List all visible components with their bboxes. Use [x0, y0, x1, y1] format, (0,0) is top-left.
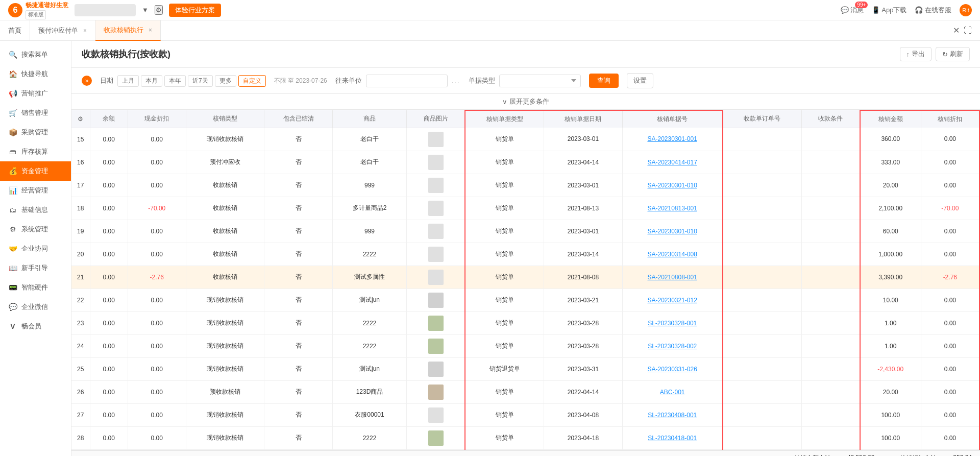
cell-verify-bill-no[interactable]: SA-20230414-017: [622, 151, 722, 174]
filter-counterpart-section: 往来单位 ...: [335, 75, 460, 87]
sidebar-item-sales[interactable]: 🛒 销售管理: [0, 103, 71, 123]
trial-btn[interactable]: 体验行业方案: [169, 4, 221, 17]
bill-no-link[interactable]: SA-20230414-017: [647, 159, 697, 166]
bill-no-link[interactable]: SA-20230321-012: [647, 297, 697, 304]
dropdown-arrow[interactable]: ▼: [142, 6, 149, 14]
sidebar-item-finance[interactable]: 💰 资金管理: [0, 161, 71, 181]
expand-conditions-btn[interactable]: ∨ 展开更多条件: [502, 97, 549, 106]
maximize-tab-btn[interactable]: ⛶: [964, 26, 972, 35]
cell-verify-bill-no[interactable]: SL-20230408-001: [622, 403, 722, 426]
export-btn[interactable]: ↑ 导出: [900, 47, 932, 61]
layout: 🔍 搜索菜单 🏠 快捷导航 📢 营销推广 🛒 销售管理 📦 采购管理 🗃 库存核…: [0, 41, 980, 456]
close-tab-btn[interactable]: ✕: [953, 26, 960, 35]
cell-verify-bill-no[interactable]: SA-20230301-010: [622, 174, 722, 197]
cell-verify-bill-no[interactable]: SL-20230328-002: [622, 334, 722, 357]
bill-no-link[interactable]: SA-20210808-001: [647, 274, 697, 281]
cell-goods-img: [406, 289, 465, 311]
more-date-btn[interactable]: 更多: [215, 75, 236, 87]
sidebar-item-marketing[interactable]: 📢 营销推广: [0, 84, 71, 103]
bill-no-link[interactable]: SL-20230328-001: [648, 320, 697, 327]
sidebar-item-system[interactable]: ⚙ 系统管理: [0, 220, 71, 239]
sidebar-item-basic[interactable]: 🗂 基础信息: [0, 200, 71, 220]
tab-home[interactable]: 首页: [0, 20, 30, 41]
this-year-btn[interactable]: 本年: [164, 75, 186, 87]
row-no: 24: [71, 334, 90, 357]
row-no: 26: [71, 380, 90, 403]
counterpart-more-icon[interactable]: ...: [452, 77, 460, 85]
refresh-btn[interactable]: ↻ 刷新: [936, 47, 970, 61]
sidebar-item-purchase[interactable]: 📦 采购管理: [0, 123, 71, 142]
bill-no-link[interactable]: SL-20230328-002: [648, 343, 697, 350]
cell-receipt-order-no: [723, 380, 801, 403]
voucher-type-select[interactable]: [499, 75, 581, 87]
column-settings-icon[interactable]: ⚙: [78, 115, 83, 123]
sidebar-item-wechat[interactable]: 💬 企业微信: [0, 297, 71, 317]
last-7days-btn[interactable]: 近7天: [188, 75, 213, 87]
bill-no-link[interactable]: SA-20230331-026: [647, 366, 697, 373]
tab-prepay[interactable]: 预付冲应付单 ×: [30, 20, 95, 41]
sidebar-item-quick[interactable]: 🏠 快捷导航: [0, 64, 71, 84]
sidebar-item-operations[interactable]: 📊 经营管理: [0, 181, 71, 200]
sidebar-item-member[interactable]: V 畅会员: [0, 317, 71, 336]
user-avatar[interactable]: Rit: [960, 4, 972, 16]
table-row: 200.000.00收款核销否2222销货单2023-03-14SA-20230…: [71, 243, 979, 266]
row-no: 21: [71, 266, 90, 289]
filter-settings-btn[interactable]: 设置: [627, 73, 653, 88]
bill-no-link[interactable]: SL-20230408-001: [648, 412, 697, 419]
cell-balance: 0.00: [90, 289, 128, 311]
search-bar[interactable]: [75, 4, 136, 16]
cell-verify-bill-no[interactable]: SL-20230418-001: [622, 426, 722, 449]
cell-verify-bill-date: 2022-04-14: [544, 380, 623, 403]
settings-gear-btn[interactable]: ⚙: [155, 5, 163, 15]
bill-no-link[interactable]: SA-20210813-001: [647, 205, 697, 212]
sidebar-item-inventory[interactable]: 🗃 库存核算: [0, 142, 71, 161]
cell-balance: 0.00: [90, 311, 128, 334]
tab-verify-close[interactable]: ×: [149, 27, 152, 34]
cell-included: 否: [264, 311, 333, 334]
bill-no-link[interactable]: SA-20230301-010: [647, 182, 697, 189]
cell-verify-bill-no[interactable]: SA-20230321-012: [622, 289, 722, 311]
top-bar-left: 6 畅捷通谱好生意 标准版 ▼ ⚙ 体验行业方案: [8, 1, 221, 19]
sidebar-item-guide[interactable]: 📖 新手引导: [0, 258, 71, 278]
counterpart-input[interactable]: [366, 75, 448, 87]
refresh-label: 刷新: [950, 50, 963, 59]
bill-no-link[interactable]: SL-20230418-001: [648, 435, 697, 442]
cell-verify-bill-type: 销货单: [465, 151, 544, 174]
sidebar-item-search[interactable]: 🔍 搜索菜单: [0, 45, 71, 64]
cell-verify-bill-no[interactable]: SL-20230328-001: [622, 311, 722, 334]
cell-verify-bill-no[interactable]: SA-20230301-010: [622, 220, 722, 243]
tab-prepay-close[interactable]: ×: [83, 27, 87, 34]
table-container[interactable]: ⚙ 余额 现金折扣 核销类型 包含已结清 商品 商品图片 核销单据类型 核销单据…: [71, 110, 980, 456]
custom-date-btn[interactable]: 自定义: [238, 75, 266, 87]
online-service-btn[interactable]: 🎧 在线客服: [915, 6, 951, 15]
tab-verify[interactable]: 收款核销执行 ×: [95, 20, 161, 41]
sidebar-label-marketing: 营销推广: [21, 89, 48, 98]
sidebar-item-hardware[interactable]: 📟 智能硬件: [0, 278, 71, 297]
app-download-btn[interactable]: 📱 App下载: [872, 6, 906, 15]
row-no: 25: [71, 357, 90, 380]
cell-verify-bill-no[interactable]: SA-20230331-026: [622, 357, 722, 380]
search-btn[interactable]: 查询: [589, 74, 619, 88]
cell-verify-bill-no[interactable]: SA-20230301-001: [622, 128, 722, 151]
message-btn[interactable]: 💬 消息 99+: [841, 6, 864, 15]
bill-no-link[interactable]: SA-20230314-008: [647, 251, 697, 258]
last-month-btn[interactable]: 上月: [117, 75, 139, 87]
cell-verify-bill-date: 2023-04-18: [544, 426, 623, 449]
cell-verify-bill-no[interactable]: SA-20230314-008: [622, 243, 722, 266]
cell-verify-type: 收款核销: [186, 197, 264, 220]
cell-verify-bill-no[interactable]: ABC-001: [622, 380, 722, 403]
this-month-btn[interactable]: 本月: [141, 75, 162, 87]
cell-verify-bill-no[interactable]: SA-20210808-001: [622, 266, 722, 289]
bill-no-link[interactable]: SA-20230301-001: [647, 135, 697, 142]
operations-icon: 📊: [8, 186, 17, 195]
search-icon: 🔍: [8, 51, 17, 59]
row-no: 28: [71, 426, 90, 449]
cell-receipt-condition: [801, 220, 860, 243]
sidebar-item-enterprise[interactable]: 🤝 企业协同: [0, 239, 71, 258]
cell-verify-bill-no[interactable]: SA-20210813-001: [622, 197, 722, 220]
expand-toggle-btn[interactable]: »: [82, 76, 92, 86]
bill-no-link[interactable]: ABC-001: [660, 389, 685, 396]
cell-receipt-condition: [801, 334, 860, 357]
bill-no-link[interactable]: SA-20230301-010: [647, 228, 697, 235]
th-settings[interactable]: ⚙: [71, 110, 90, 128]
